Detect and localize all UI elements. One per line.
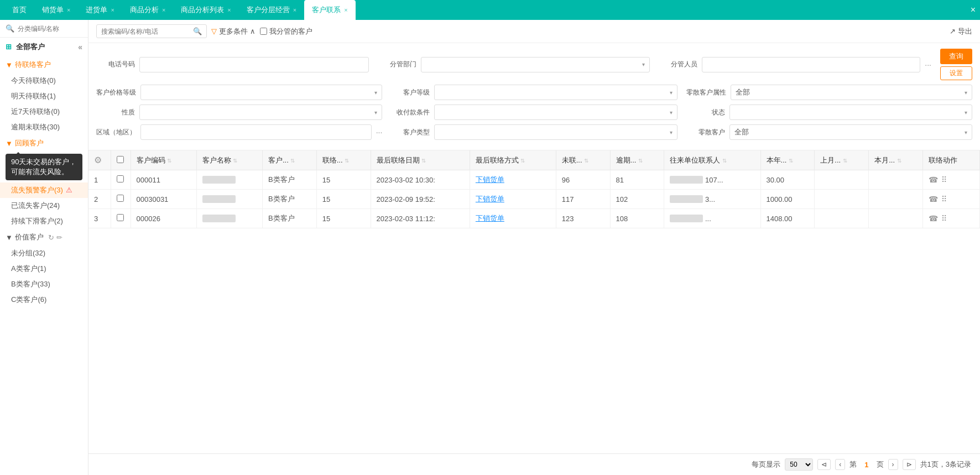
tab-product-analysis[interactable]: 商品分析 × xyxy=(122,0,173,20)
pagination: 每页显示 50 100 200 ⊲ ‹ 第 1 页 › ⊳ 共1页，3条记录 xyxy=(88,453,980,475)
sidebar-item-class-b[interactable]: B类客户(33) xyxy=(0,276,88,292)
col-customer-type[interactable]: 客户... ⇅ xyxy=(262,150,316,170)
row-checkbox[interactable] xyxy=(117,214,124,221)
price-level-select[interactable]: ▾ xyxy=(140,85,382,100)
zero-customer-chevron: ▾ xyxy=(965,129,967,135)
col-last-method[interactable]: 最后联络方式 ⇅ xyxy=(470,150,556,170)
sidebar-item-ungrouped[interactable]: 未分组(32) xyxy=(0,246,88,261)
close-customer-segmentation[interactable]: × xyxy=(293,7,296,13)
select-all-checkbox[interactable] xyxy=(117,156,124,163)
action-contact-icon[interactable]: ☎ xyxy=(929,175,938,184)
sidebar-section-review[interactable]: ▼ 回顾客户 xyxy=(0,135,88,152)
refresh-icon[interactable]: ↻ xyxy=(48,233,54,242)
gender-select[interactable]: ▾ xyxy=(139,105,382,120)
filter-zero-customer: 零散客户 全部 ▾ xyxy=(686,124,972,140)
col-last-month[interactable]: 上月... ⇅ xyxy=(815,150,869,170)
tab-homepage[interactable]: 首页 xyxy=(4,0,34,20)
cell-checkbox[interactable] xyxy=(111,209,131,228)
sidebar-search-input[interactable] xyxy=(18,25,88,33)
tab-purchase-order[interactable]: 进货单 × xyxy=(78,0,122,20)
sidebar-item-overdue[interactable]: 逾期未联络(30) xyxy=(0,119,88,135)
query-btn[interactable]: 查询 xyxy=(940,49,972,64)
main-search-icon[interactable]: 🔍 xyxy=(193,27,202,35)
phone-input[interactable] xyxy=(139,57,369,72)
sidebar-item-churn-warning[interactable]: 流失预警客户(3) ⚠ xyxy=(0,182,88,198)
last-page-btn[interactable]: ⊳ xyxy=(903,459,916,470)
close-customer-contact[interactable]: × xyxy=(344,7,347,13)
col-code[interactable]: 客户编码 ⇅ xyxy=(131,150,196,170)
action-more-icon[interactable]: ⠿ xyxy=(941,175,947,184)
action-more-icon[interactable]: ⠿ xyxy=(941,214,947,223)
edit-icon[interactable]: ✏ xyxy=(56,233,62,242)
action-contact-icon[interactable]: ☎ xyxy=(929,214,938,223)
settings-col-icon[interactable]: ⚙ xyxy=(94,155,102,165)
last-method-link[interactable]: 下销货单 xyxy=(476,214,504,222)
region-input[interactable] xyxy=(140,124,372,140)
close-purchase-order[interactable]: × xyxy=(111,7,114,13)
sidebar-item-class-a[interactable]: A类客户(1) xyxy=(0,261,88,276)
tab-product-analysis-list[interactable]: 商品分析列表 × xyxy=(173,0,238,20)
cell-checkbox[interactable] xyxy=(111,170,131,190)
customer-level-select[interactable]: ▾ xyxy=(434,85,677,100)
col-contact-count[interactable]: 联络... ⇅ xyxy=(316,150,371,170)
col-overdue[interactable]: 逾期... ⇅ xyxy=(610,150,664,170)
sidebar-collapse-btn[interactable]: « xyxy=(78,43,82,51)
zero-customer-select[interactable]: 全部 ▾ xyxy=(729,124,972,140)
sidebar-item-7days[interactable]: 近7天待联络(0) xyxy=(0,104,88,119)
last-method-link[interactable]: 下销货单 xyxy=(476,195,504,203)
region-more-icon[interactable]: ··· xyxy=(376,128,383,137)
row-checkbox[interactable] xyxy=(117,175,124,182)
col-this-month[interactable]: 本月... ⇅ xyxy=(869,150,923,170)
filter-region: 区域（地区） ··· xyxy=(96,124,382,140)
main-search-input[interactable] xyxy=(101,28,190,35)
sidebar-section-value[interactable]: ▼ 价值客户 ↻ ✏ xyxy=(0,229,88,246)
sidebar-item-churned[interactable]: 已流失客户(24) xyxy=(0,198,88,213)
churn-tooltip: 90天未交易的客户，可能有流失风险。 xyxy=(6,154,82,180)
action-more-icon[interactable]: ⠿ xyxy=(941,195,947,203)
payment-select[interactable]: ▾ xyxy=(434,105,677,120)
close-product-analysis-list[interactable]: × xyxy=(227,7,231,13)
cell-seq: 2 xyxy=(88,190,111,209)
cell-contact-person: 3... xyxy=(664,190,760,209)
cell-this-month xyxy=(869,170,923,190)
customer-type-select[interactable]: ▾ xyxy=(434,124,677,140)
action-contact-icon[interactable]: ☎ xyxy=(929,195,938,203)
sidebar-item-today[interactable]: 今天待联络(0) xyxy=(0,73,88,88)
cell-checkbox[interactable] xyxy=(111,190,131,209)
col-last-date[interactable]: 最后联络日期 ⇅ xyxy=(371,150,470,170)
per-page-select[interactable]: 50 100 200 xyxy=(785,458,813,471)
my-customers-check[interactable] xyxy=(260,28,267,35)
sort-name-icon: ⇅ xyxy=(233,158,237,164)
close-all-tabs[interactable]: × xyxy=(971,5,976,15)
sidebar-item-tomorrow[interactable]: 明天待联络(1) xyxy=(0,88,88,104)
dept-select[interactable]: ▾ xyxy=(421,57,650,72)
person-more-icon[interactable]: ··· xyxy=(925,60,931,69)
col-this-year[interactable]: 本年... ⇅ xyxy=(760,150,815,170)
status-select[interactable]: ▾ xyxy=(729,105,972,120)
person-input[interactable] xyxy=(702,57,920,72)
col-name[interactable]: 客户名称 ⇅ xyxy=(196,150,262,170)
sidebar-section-pending[interactable]: ▼ 待联络客户 xyxy=(0,56,88,73)
my-customers-checkbox[interactable]: 我分管的客户 xyxy=(260,27,312,36)
cell-code: 00030031 xyxy=(131,190,196,209)
sidebar-item-declining[interactable]: 持续下滑客户(2) xyxy=(0,213,88,229)
more-conditions-btn[interactable]: ▽ 更多条件 ∧ xyxy=(211,27,256,36)
first-page-btn[interactable]: ⊲ xyxy=(817,459,831,470)
col-settings[interactable]: ⚙ xyxy=(88,150,111,170)
sidebar-item-class-c[interactable]: C类客户(6) xyxy=(0,292,88,307)
export-btn[interactable]: ↗ 导出 xyxy=(950,27,972,36)
tab-sales-order[interactable]: 销货单 × xyxy=(34,0,78,20)
prev-page-btn[interactable]: ‹ xyxy=(835,459,845,470)
tab-customer-contact[interactable]: 客户联系 × xyxy=(304,0,355,20)
col-contact-person[interactable]: 往来单位联系人 ⇅ xyxy=(664,150,760,170)
settings-btn[interactable]: 设置 xyxy=(940,66,972,80)
next-page-btn[interactable]: › xyxy=(888,459,898,470)
zero-attr-select[interactable]: 全部 ▾ xyxy=(731,85,972,100)
cell-overdue: 81 xyxy=(610,170,664,190)
col-uncontacted[interactable]: 未联... ⇅ xyxy=(556,150,610,170)
tab-customer-segmentation[interactable]: 客户分层经营 × xyxy=(239,0,304,20)
last-method-link[interactable]: 下销货单 xyxy=(476,175,504,184)
close-product-analysis[interactable]: × xyxy=(162,7,165,13)
close-sales-order[interactable]: × xyxy=(67,7,70,13)
row-checkbox[interactable] xyxy=(117,195,124,202)
